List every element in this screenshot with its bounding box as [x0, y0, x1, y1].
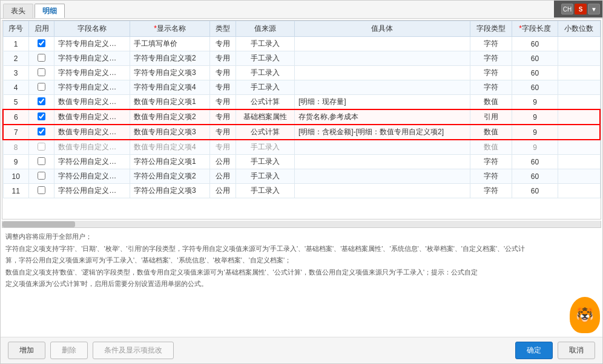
cell-field-type: 字符	[470, 51, 512, 66]
cell-value-source: 手工录入	[236, 66, 294, 80]
cell-seq: 6	[3, 109, 28, 125]
cell-value-detail: 存货名称,参考成本	[295, 109, 470, 125]
cell-enabled[interactable]	[28, 66, 54, 80]
cell-seq: 10	[3, 169, 28, 184]
note-line-2: 字符自定义项支持'字符'、'日期'、'枚举'、'引用'的字段类型，字符专用自定义…	[5, 244, 598, 255]
table-row[interactable]: 3字符专用自定义…字符专用自定义项3专用手工录入字符60	[3, 66, 600, 80]
cell-enabled[interactable]	[28, 95, 54, 110]
cell-decimal	[558, 109, 600, 125]
cell-enabled[interactable]	[28, 125, 54, 140]
table-row[interactable]: 9字符公用自定义…字符公用自定义项1公用手工录入字符60	[3, 155, 600, 169]
tab-header[interactable]: 表头	[3, 4, 33, 18]
table-row[interactable]: 7数值专用自定义…数值专用自定义项3专用公式计算[明细：含税金额]-[明细：数值…	[3, 125, 600, 140]
enabled-checkbox[interactable]	[38, 128, 45, 135]
tab-detail[interactable]: 明细	[35, 4, 65, 18]
cell-value-source: 手工录入	[236, 140, 294, 155]
cell-field-name: 字符公用自定义…	[54, 155, 130, 169]
enabled-checkbox[interactable]	[38, 54, 45, 62]
cell-value-source: 手工录入	[236, 80, 294, 95]
cell-decimal	[558, 37, 600, 51]
cell-value-source: 手工录入	[236, 169, 294, 184]
cell-value-detail	[295, 169, 470, 184]
enabled-checkbox[interactable]	[38, 186, 45, 194]
table-row[interactable]: 2字符专用自定义…字符专用自定义项2专用手工录入字符60	[3, 51, 600, 66]
cell-display-name: 数值专用自定义项4	[130, 140, 209, 155]
cell-enabled[interactable]	[28, 80, 54, 95]
cancel-button[interactable]: 取消	[558, 342, 595, 359]
cell-field-length: 9	[512, 95, 558, 110]
cell-value-source: 公式计算	[236, 125, 294, 140]
table-row[interactable]: 11字符公用自定义…字符公用自定义项3公用手工录入字符60	[3, 184, 600, 198]
cell-seq: 4	[3, 80, 28, 95]
cell-field-name: 字符专用自定义…	[54, 37, 130, 51]
cell-type: 专用	[210, 80, 236, 95]
enabled-checkbox[interactable]	[38, 157, 45, 165]
cell-value-detail	[295, 51, 470, 66]
table-header-row: 序号 启用 字段名称 *显示名称 类型 值来源 值具体 字段类型 *字段长度 小…	[3, 21, 600, 37]
cell-value-detail	[295, 80, 470, 95]
table-row[interactable]: 4字符专用自定义…字符专用自定义项4专用手工录入字符60	[3, 80, 600, 95]
cell-enabled[interactable]	[28, 51, 54, 66]
th-field-name: 字段名称	[54, 21, 130, 37]
h-scroll-thumb	[2, 221, 75, 227]
arrow-button[interactable]: ▼	[588, 4, 600, 15]
cell-enabled[interactable]	[28, 140, 54, 155]
cell-field-type: 字符	[470, 155, 512, 169]
bottom-bar: 增加 删除 条件及显示项批改 确定 取消	[1, 337, 602, 363]
enabled-checkbox[interactable]	[38, 68, 45, 76]
ch-label: CH	[563, 6, 572, 13]
cell-field-name: 数值专用自定义…	[54, 125, 130, 140]
cell-seq: 5	[3, 95, 28, 110]
note-line-3: 算，字符公用自定义项值来源可为'手工录入'、'基础档案'、'系统信息'、'枚举档…	[5, 255, 598, 266]
cell-enabled[interactable]	[28, 155, 54, 169]
confirm-button[interactable]: 确定	[515, 342, 553, 359]
cell-type: 专用	[210, 51, 236, 66]
table-row[interactable]: 1字符专用自定义…手工填写单价专用手工录入字符60	[3, 37, 600, 51]
cell-enabled[interactable]	[28, 169, 54, 184]
table-wrapper[interactable]: 序号 启用 字段名称 *显示名称 类型 值来源 值具体 字段类型 *字段长度 小…	[2, 20, 601, 219]
cell-value-source: 公式计算	[236, 95, 294, 110]
enabled-checkbox[interactable]	[38, 39, 45, 47]
cell-seq: 9	[3, 155, 28, 169]
cell-field-length: 60	[512, 66, 558, 80]
ch-button[interactable]: CH	[561, 4, 573, 15]
cell-enabled[interactable]	[28, 37, 54, 51]
cell-field-type: 字符	[470, 66, 512, 80]
cell-display-name: 字符公用自定义项2	[130, 169, 209, 184]
s-label: S	[579, 6, 583, 13]
cell-display-name: 数值专用自定义项2	[130, 109, 209, 125]
cell-value-detail	[295, 184, 470, 198]
table-row[interactable]: 5数值专用自定义…数值专用自定义项1专用公式计算[明细：现存量]数值9	[3, 95, 600, 110]
cell-field-type: 字符	[470, 80, 512, 95]
th-value-detail: 值具体	[295, 21, 470, 37]
cell-enabled[interactable]	[28, 184, 54, 198]
cell-field-length: 60	[512, 184, 558, 198]
cell-type: 专用	[210, 37, 236, 51]
cell-field-length: 9	[512, 140, 558, 155]
top-bar: CH S ▼	[554, 1, 602, 18]
tab-detail-label: 明细	[42, 6, 57, 16]
th-type: 类型	[210, 21, 236, 37]
conditions-button[interactable]: 条件及显示项批改	[93, 342, 174, 359]
cell-type: 公用	[210, 155, 236, 169]
cell-type: 公用	[210, 184, 236, 198]
delete-button[interactable]: 删除	[50, 342, 88, 359]
table-row[interactable]: 6数值专用自定义…数值专用自定义项2专用基础档案属性存货名称,参考成本引用9	[3, 109, 600, 125]
cell-enabled[interactable]	[28, 109, 54, 125]
add-button[interactable]: 增加	[8, 342, 45, 359]
table-row[interactable]: 8数值专用自定义…数值专用自定义项4专用手工录入数值9	[3, 140, 600, 155]
cell-value-source: 手工录入	[236, 51, 294, 66]
horizontal-scrollbar[interactable]	[2, 221, 601, 228]
table-row[interactable]: 10字符公用自定义…字符公用自定义项2公用手工录入字符60	[3, 169, 600, 184]
enabled-checkbox[interactable]	[38, 97, 45, 105]
cell-display-name: 字符专用自定义项2	[130, 51, 209, 66]
cell-value-detail	[295, 140, 470, 155]
enabled-checkbox[interactable]	[38, 83, 45, 91]
cell-display-name: 手工填写单价	[130, 37, 209, 51]
cell-field-name: 字符专用自定义…	[54, 80, 130, 95]
cell-decimal	[558, 140, 600, 155]
enabled-checkbox[interactable]	[38, 172, 45, 180]
enabled-checkbox[interactable]	[38, 112, 45, 120]
enabled-checkbox[interactable]	[38, 143, 45, 151]
cell-field-length: 9	[512, 125, 558, 140]
